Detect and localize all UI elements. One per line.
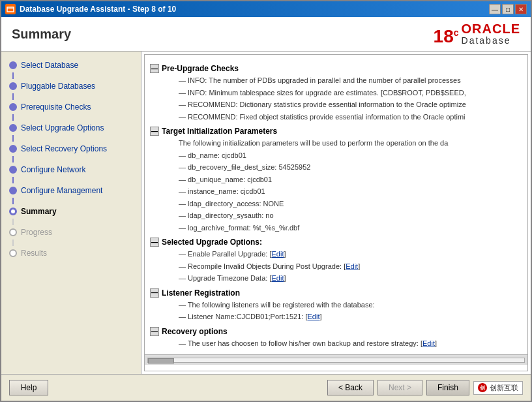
sidebar-item-select-upgrade-options[interactable]: Select Upgrade Options [1,121,141,135]
scroll-container[interactable]: — Pre-Upgrade Checks — INFO: The number … [144,54,528,371]
list-item: — INFO: Minimum tablespace sizes for upg… [159,87,522,99]
sidebar-label: Select Upgrade Options [21,123,104,132]
sidebar-item-select-recovery-options[interactable]: Select Recovery Options [1,142,141,156]
target-init-items: The following initialization parameters … [159,137,522,234]
sidebar-item-configure-management[interactable]: Configure Management [1,183,141,198]
section-recovery: — Recovery options [150,327,522,336]
step-connector [12,240,14,246]
list-item: — Upgrade Timezone Data: [Edit] [159,272,522,285]
close-button[interactable]: ✕ [515,4,527,14]
step-connector [12,72,14,79]
sidebar-label: Configure Network [21,165,85,174]
hscroll-thumb[interactable] [148,358,174,363]
sidebar-item-prerequisite-checks[interactable]: Prerequisite Checks [1,100,141,114]
list-item: — db_name: cjcdb01 [159,149,522,162]
horizontal-scrollbar[interactable] [145,354,527,365]
main-window: Database Upgrade Assistant - Step 8 of 1… [0,0,532,402]
sidebar-item-summary[interactable]: Summary [1,204,141,219]
sidebar-item-results: Results [1,246,141,260]
pre-upgrade-items: — INFO: The number of PDBs upgraded in p… [159,74,522,123]
listener-items: — The following listeners will be regist… [159,299,522,323]
footer-right: < Back Next > Finish 创 创新互联 [327,380,523,395]
section-listener: — Listener Registration [150,288,522,298]
step-indicator [9,208,17,215]
maximize-button[interactable]: □ [502,4,514,14]
list-item: — Recompile Invalid Objects During Post … [159,260,522,273]
watermark-text: 创新互联 [490,383,518,393]
edit-link-recompile[interactable]: Edit [346,262,358,270]
footer-left: Help [9,380,48,395]
step-indicator [9,249,17,257]
collapse-btn-recovery[interactable]: — [150,327,159,336]
page-title: Summary [12,27,71,42]
watermark: 创 创新互联 [473,381,523,395]
list-item: — db_recovery_file_dest_size: 54525952 [159,161,522,174]
sidebar: Select Database Pluggable Databases Prer… [1,52,141,374]
step-indicator [9,145,17,153]
edit-link-parallel[interactable]: Edit [272,250,284,258]
step-indicator [9,124,17,132]
header-area: Summary 18c ORACLE Database [1,17,531,52]
collapse-btn-target-init[interactable]: — [150,127,159,136]
step-indicator [9,61,17,69]
back-button[interactable]: < Back [327,380,374,395]
collapse-btn-listener[interactable]: — [150,288,159,298]
list-item: — ldap_directory_access: NONE [159,198,522,210]
collapse-btn-upgrade-options[interactable]: — [150,238,159,247]
step-indicator [9,228,17,236]
help-button[interactable]: Help [9,380,48,395]
sidebar-label: Configure Management [21,186,102,195]
main-content: Select Database Pluggable Databases Prer… [1,52,531,374]
list-item: — ldap_directory_sysauth: no [159,209,522,222]
sidebar-item-configure-network[interactable]: Configure Network [1,162,141,177]
sidebar-label: Prerequisite Checks [21,102,91,112]
step-connector [12,156,14,162]
step-indicator [9,82,17,90]
sidebar-label: Select Recovery Options [21,144,107,153]
step-indicator [9,187,17,194]
summary-tree: — Pre-Upgrade Checks — INFO: The number … [145,55,527,354]
minimize-button[interactable]: — [489,4,501,14]
section-upgrade-options: — Selected Upgrade Options: [150,238,522,247]
list-item: — RECOMMEND: Fixed object statistics pro… [159,111,522,123]
sidebar-label: Progress [21,228,52,237]
list-item: — log_archive_format: %t_%s_%r.dbf [159,222,522,234]
list-item: The following initialization parameters … [159,137,522,149]
list-item: — db_unique_name: cjcdb01 [159,174,522,186]
collapse-btn-pre-upgrade[interactable]: — [150,64,159,73]
upgrade-options-items: — Enable Parallel Upgrade: [Edit] — Reco… [159,248,522,285]
step-connector [12,135,14,142]
oracle-product: Database [462,35,511,46]
edit-link-listener[interactable]: Edit [308,313,320,320]
section-target-init: — Target Initialization Parameters [150,127,522,136]
step-connector [12,114,14,121]
oracle-branding: ORACLE Database [462,22,520,46]
sidebar-item-select-database[interactable]: Select Database [1,58,141,72]
list-item: — Enable Parallel Upgrade: [Edit] [159,248,522,260]
watermark-icon: 创 [478,383,487,392]
finish-button[interactable]: Finish [426,380,469,395]
list-item: — instance_name: cjcdb01 [159,185,522,198]
step-connector [12,177,14,183]
svg-rect-0 [7,7,14,12]
step-connector [12,93,14,100]
edit-link-timezone[interactable]: Edit [271,274,284,282]
app-icon [5,4,16,14]
step-connector [12,219,14,225]
next-button[interactable]: Next > [377,380,422,395]
step-connector [12,198,14,204]
list-item: — Listener Name:CJCDB01;Port:1521: [Edit… [159,311,522,323]
list-item: — RECOMMEND: Dictionary statistics provi… [159,99,522,111]
oracle-version: 18c [434,27,459,46]
window-title: Database Upgrade Assistant - Step 8 of 1… [20,5,176,14]
section-pre-upgrade: — Pre-Upgrade Checks [150,64,522,73]
sidebar-item-pluggable-databases[interactable]: Pluggable Databases [1,79,141,93]
hscroll-track [147,358,525,363]
edit-link-recovery[interactable]: Edit [422,339,435,347]
sidebar-item-progress: Progress [1,225,141,240]
title-bar: Database Upgrade Assistant - Step 8 of 1… [1,1,531,17]
oracle-brand: ORACLE [462,22,520,35]
content-area: — Pre-Upgrade Checks — INFO: The number … [141,52,531,374]
footer: Help < Back Next > Finish 创 创新互联 [1,374,531,401]
list-item: — The user has choosen to follow his/her… [159,337,522,350]
